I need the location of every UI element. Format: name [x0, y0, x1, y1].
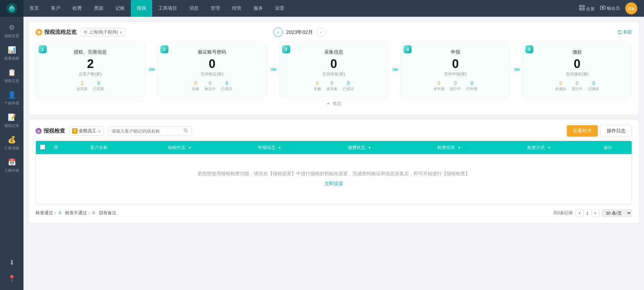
step-arrow-2: >>>: [267, 42, 279, 97]
nav-item-首页[interactable]: 首页: [23, 0, 45, 17]
sidebar-item-5[interactable]: 💰汇算清缴: [0, 132, 23, 154]
search-btn[interactable]: [180, 127, 192, 136]
step-title-2: 采集信息: [285, 49, 383, 55]
operation-log-btn[interactable]: 操作日志: [600, 125, 632, 137]
page-size-select[interactable]: 30 条/页 50 条/页 100 条/页: [602, 209, 632, 217]
step-stat: 0 未采集: [326, 80, 337, 91]
step-stats-3: 0 未申报 0 进行中 0 已申报: [406, 80, 504, 91]
step-arrow-4: >>>: [510, 42, 522, 97]
nav-items: 首页客户收费票据记账报税工商项目消息管理经营服务设置: [23, 0, 579, 17]
sidebar-icon-5: 💰: [7, 135, 16, 144]
step-stat: 0 进行中: [572, 80, 583, 91]
sidebar-item-6[interactable]: 📅工商年报: [0, 154, 23, 176]
next-page-btn[interactable]: ›: [591, 209, 599, 217]
nav-item-管理[interactable]: 管理: [205, 0, 226, 17]
step-stats-4: 0 未缴款 0 进行中 0 已缴款: [528, 80, 626, 91]
step-num-0: 1: [39, 45, 47, 53]
sidebar-item-3[interactable]: 👤个税申报: [0, 87, 23, 109]
fullscreen-btn[interactable]: 全屏: [579, 5, 595, 12]
col-declare-status: 申报状态 ▼: [225, 141, 315, 154]
select-all-checkbox[interactable]: [40, 144, 45, 150]
step-big-num-3: 0: [406, 58, 504, 70]
check-title: ◎ 报税检查: [36, 128, 65, 135]
svg-point-10: [184, 129, 187, 132]
sidebar-icon-6: 📅: [7, 157, 16, 167]
nav-item-经营[interactable]: 经营: [226, 0, 248, 17]
steps-row: 1 授权、完善信息 2 总客户数(家) 2 未完善 0 已完善 >>> 2 验证…: [36, 42, 632, 97]
step-stat: 0 失败: [192, 80, 199, 91]
sidebar-label-5: 汇算清缴: [4, 146, 19, 151]
nav-item-收费[interactable]: 收费: [66, 0, 88, 17]
col-fee-status: 缴费状态 ▼: [315, 141, 405, 154]
staff-icon: 员: [72, 128, 77, 134]
page-num: 1: [586, 211, 589, 216]
sidebar-icon-1: 📊: [7, 45, 16, 55]
check-table: 客户名称 纳税性质 ▼ 申报状态 ▼ 缴费状态 ▼ 检查结果 ▼ 检查方式 ▼ …: [36, 141, 632, 154]
member-label: 畅会员: [607, 5, 620, 11]
svg-line-11: [187, 131, 188, 133]
sidebar-bottom-item-1[interactable]: 📍: [0, 271, 23, 287]
table-footer: 检查通过： 0 检查不通过： 0 囧有备注 共0条记录 ‹ 1 › 30 条/页…: [36, 205, 632, 218]
step-title-4: 缴款: [528, 49, 626, 55]
nav-item-报税[interactable]: 报税: [131, 0, 152, 17]
step-sub-1: 支持验证(家): [163, 71, 261, 77]
step-num-4: 5: [525, 45, 533, 53]
step-arrow-1: >>>: [145, 42, 157, 97]
check-title-icon: ◎: [36, 128, 42, 134]
step-stat: 0 进行中: [450, 80, 461, 91]
step-stat: 0 已成功: [343, 80, 354, 91]
sidebar-bottom-icon-0: ⬇: [7, 258, 16, 267]
col-checkbox: [36, 141, 49, 154]
sidebar-item-0[interactable]: ⚙报税设置: [0, 19, 23, 42]
sidebar-item-4[interactable]: 📝报税记录: [0, 109, 23, 132]
collapse-bar[interactable]: 收起: [36, 97, 632, 108]
member-btn[interactable]: 畅会员: [600, 5, 620, 11]
tax-check-header: ◎ 报税检查 员 全部员工 ∨ 批量检查 操作日志: [36, 125, 632, 137]
staff-select[interactable]: 员 全部员工 ∨: [69, 126, 104, 136]
step-big-num-0: 2: [41, 58, 140, 70]
step-big-num-2: 0: [285, 58, 383, 70]
step-stats-0: 2 未完善 0 已完善: [41, 80, 140, 91]
refresh-btn[interactable]: 刷新: [617, 29, 632, 35]
svg-point-6: [602, 7, 604, 9]
step-num-2: 3: [282, 45, 290, 53]
svg-text:iTA: iTA: [628, 6, 635, 11]
pass-count[interactable]: 0: [59, 210, 61, 215]
nav-item-票据[interactable]: 票据: [88, 0, 109, 17]
step-card-4: 5 缴款 0 支持缴款(家) 0 未缴款 0 进行中 0 已缴款: [522, 42, 632, 97]
step-sub-4: 支持缴款(家): [528, 71, 626, 77]
app-logo: [0, 0, 23, 17]
step-sub-3: 支持申报(家): [406, 71, 504, 77]
pass-label: 检查通过： 0: [36, 210, 61, 216]
batch-check-btn[interactable]: 批量检查: [567, 125, 598, 137]
next-month-btn[interactable]: ›: [316, 27, 326, 37]
step-num-3: 4: [404, 45, 412, 53]
setup-link[interactable]: 立即设置: [324, 181, 343, 186]
step-big-num-4: 0: [528, 58, 626, 70]
sidebar-label-0: 报税设置: [4, 33, 19, 39]
nav-item-消息[interactable]: 消息: [183, 0, 205, 17]
sidebar-label-6: 工商年报: [4, 168, 19, 173]
step-stats-1: 0 失败 0 验证中 0 已成功: [163, 80, 261, 91]
step-stat: 0 已完善: [93, 80, 104, 91]
step-stat: 0 未申报: [433, 80, 444, 91]
main-content: ⊕ 报税流程总览 上海(电子税局) ∨ ‹ 2023年02月 › 刷新: [23, 17, 644, 290]
prev-month-btn[interactable]: ‹: [273, 27, 283, 37]
search-input[interactable]: [108, 127, 180, 135]
nav-item-设置[interactable]: 设置: [269, 0, 290, 17]
step-sub-0: 总客户数(家): [41, 71, 140, 77]
location-tag[interactable]: 上海(电子税局) ∨: [80, 28, 126, 36]
fullscreen-label: 全屏: [586, 6, 595, 11]
nav-item-客户[interactable]: 客户: [45, 0, 66, 17]
fail-count[interactable]: 0: [92, 210, 95, 215]
sidebar-item-1[interactable]: 📊批量报税: [0, 42, 23, 64]
col-client-name: 客户名称: [63, 141, 135, 154]
step-stat: 0 失败: [314, 80, 321, 91]
sidebar-bottom-item-0[interactable]: ⬇: [0, 255, 23, 271]
nav-item-记账[interactable]: 记账: [109, 0, 131, 17]
nav-item-服务[interactable]: 服务: [248, 0, 269, 17]
prev-page-btn[interactable]: ‹: [576, 209, 584, 217]
process-overview-card: ⊕ 报税流程总览 上海(电子税局) ∨ ‹ 2023年02月 › 刷新: [29, 22, 639, 115]
sidebar-item-2[interactable]: 📋报税总览: [0, 64, 23, 87]
nav-item-工商项目[interactable]: 工商项目: [152, 0, 183, 17]
